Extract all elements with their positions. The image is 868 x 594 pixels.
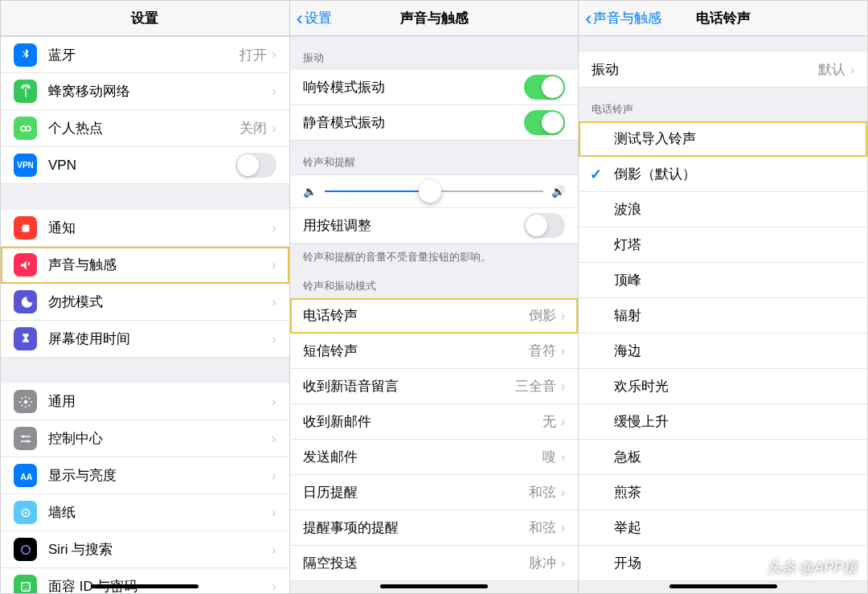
vpn-switch[interactable] bbox=[235, 153, 276, 178]
cellular-cell[interactable]: 蜂窝移动网络 › bbox=[1, 73, 289, 110]
wallpaper-icon bbox=[14, 501, 37, 524]
siri-cell[interactable]: Siri 与搜索 › bbox=[1, 531, 289, 568]
dnd-cell[interactable]: 勿扰模式 › bbox=[1, 284, 289, 321]
ringtone-screen: ‹ 声音与触感 电话铃声 振动 默认 › 电话铃声 测试导入铃声 倒影（默认） … bbox=[579, 0, 868, 594]
ringtone-item[interactable]: 顶峰 bbox=[579, 263, 867, 298]
ringtone-item[interactable]: 海边 bbox=[579, 334, 867, 369]
volume-slider[interactable] bbox=[325, 190, 544, 192]
vibrate-ring-cell[interactable]: 响铃模式振动 bbox=[290, 70, 579, 105]
content[interactable]: 振动 响铃模式振动 静音模式振动 铃声和提醒 🔈 🔊 用按钮调整 bbox=[290, 36, 579, 593]
chevron-right-icon: › bbox=[272, 469, 276, 483]
ringtone-item[interactable]: 辐射 bbox=[579, 298, 867, 334]
vibrate-silent-switch[interactable] bbox=[524, 110, 565, 135]
hotspot-cell[interactable]: 个人热点 关闭 › bbox=[1, 110, 289, 147]
back-button[interactable]: ‹ 声音与触感 bbox=[585, 9, 661, 28]
general-cell[interactable]: 通用 › bbox=[1, 383, 289, 420]
cell-label: 欢乐时光 bbox=[614, 377, 854, 395]
cell-label: 顶峰 bbox=[614, 271, 854, 289]
screentime-cell[interactable]: 屏幕使用时间 › bbox=[1, 321, 289, 358]
ringtone-item[interactable]: 欢乐时光 bbox=[579, 369, 867, 404]
cell-label: 静音模式振动 bbox=[303, 113, 525, 132]
ringtone-item[interactable]: 波浪 bbox=[579, 192, 867, 227]
voicemail-cell[interactable]: 收到新语音留言 三全音 › bbox=[290, 369, 579, 404]
calendar-cell[interactable]: 日历提醒 和弦 › bbox=[290, 475, 579, 510]
faceid-cell[interactable]: 面容 ID 与密码 › bbox=[1, 568, 289, 593]
ringtone-item[interactable]: 煎茶 bbox=[579, 475, 867, 510]
chevron-left-icon: ‹ bbox=[297, 9, 303, 28]
cell-detail: 打开 bbox=[240, 46, 267, 64]
wallpaper-cell[interactable]: 墙纸 › bbox=[1, 494, 289, 531]
back-button[interactable]: ‹ 设置 bbox=[297, 9, 332, 28]
gear-icon bbox=[14, 390, 37, 413]
home-indicator[interactable] bbox=[91, 584, 199, 588]
sounds-cell[interactable]: 声音与触感 › bbox=[1, 247, 289, 284]
ringtone-item[interactable]: 举起 bbox=[579, 510, 867, 546]
cell-detail: 关闭 bbox=[240, 119, 267, 137]
vpn-cell[interactable]: VPN VPN bbox=[1, 147, 289, 184]
cell-label: 短信铃声 bbox=[303, 342, 529, 360]
chevron-right-icon: › bbox=[561, 309, 565, 323]
sentmail-cell[interactable]: 发送邮件 嗖 › bbox=[290, 440, 579, 475]
section-patterns: 铃声和振动模式 bbox=[290, 264, 579, 298]
chevron-right-icon: › bbox=[561, 521, 565, 535]
svg-point-0 bbox=[21, 126, 26, 131]
cell-label: 勿扰模式 bbox=[48, 293, 272, 311]
notifications-cell[interactable]: 通知 › bbox=[1, 210, 289, 247]
controlcenter-cell[interactable]: 控制中心 › bbox=[1, 420, 289, 457]
chevron-right-icon: › bbox=[272, 506, 276, 520]
display-cell[interactable]: AA 显示与亮度 › bbox=[1, 457, 289, 494]
newmail-cell[interactable]: 收到新邮件 无 › bbox=[290, 404, 579, 440]
cell-label: 收到新邮件 bbox=[303, 412, 542, 431]
cell-label: 振动 bbox=[592, 60, 817, 79]
svg-point-3 bbox=[23, 399, 27, 404]
content[interactable]: 蓝牙 打开 › 蜂窝移动网络 › 个人热点 关闭 › VPN VPN bbox=[1, 36, 289, 593]
hotspot-icon bbox=[14, 117, 37, 140]
airdrop-cell[interactable]: 隔空投送 脉冲 › bbox=[290, 546, 579, 581]
cell-label: 急板 bbox=[614, 448, 854, 466]
chevron-right-icon: › bbox=[561, 344, 565, 358]
reminder-cell[interactable]: 提醒事项的提醒 和弦 › bbox=[290, 510, 579, 546]
svg-point-12 bbox=[27, 584, 28, 586]
chevron-right-icon: › bbox=[561, 379, 565, 394]
cell-label: 控制中心 bbox=[48, 429, 272, 448]
vibrate-silent-cell[interactable]: 静音模式振动 bbox=[290, 105, 579, 141]
footer-note: 铃声和提醒的音量不受音量按钮的影响。 bbox=[290, 244, 579, 264]
cell-label: VPN bbox=[48, 158, 235, 174]
volume-slider-row[interactable]: 🔈 🔊 bbox=[290, 174, 579, 208]
chevron-right-icon: › bbox=[272, 221, 276, 236]
slider-thumb[interactable] bbox=[419, 180, 441, 203]
vibration-cell[interactable]: 振动 默认 › bbox=[579, 52, 867, 88]
texttone-cell[interactable]: 短信铃声 音符 › bbox=[290, 334, 579, 369]
back-label: 声音与触感 bbox=[593, 9, 661, 27]
svg-point-11 bbox=[23, 584, 25, 586]
svg-point-1 bbox=[26, 126, 31, 131]
ringtone-item[interactable]: 灯塔 bbox=[579, 227, 867, 263]
text-size-icon: AA bbox=[14, 464, 37, 487]
svg-rect-2 bbox=[22, 224, 29, 231]
cell-label: 海边 bbox=[614, 342, 854, 360]
chevron-right-icon: › bbox=[561, 485, 565, 500]
vibrate-ring-switch[interactable] bbox=[524, 75, 565, 100]
home-indicator[interactable] bbox=[669, 584, 777, 588]
header: ‹ 声音与触感 电话铃声 bbox=[579, 1, 867, 36]
ringtone-cell[interactable]: 电话铃声 倒影 › bbox=[290, 298, 579, 334]
cell-label: 屏幕使用时间 bbox=[48, 330, 272, 348]
cell-label: 通知 bbox=[48, 219, 272, 237]
cell-label: 灯塔 bbox=[614, 236, 854, 254]
moon-icon bbox=[14, 290, 37, 313]
content[interactable]: 振动 默认 › 电话铃声 测试导入铃声 倒影（默认） 波浪 灯塔 顶峰 辐射 海… bbox=[579, 36, 867, 593]
chevron-left-icon: ‹ bbox=[585, 9, 592, 28]
ringtone-item[interactable]: 倒影（默认） bbox=[579, 157, 867, 192]
ringtone-item[interactable]: 急板 bbox=[579, 440, 867, 475]
header-title: 声音与触感 bbox=[400, 9, 469, 27]
button-adjust-switch[interactable] bbox=[524, 213, 565, 238]
svg-point-8 bbox=[24, 511, 27, 514]
header: ‹ 设置 声音与触感 bbox=[290, 1, 579, 36]
bluetooth-cell[interactable]: 蓝牙 打开 › bbox=[1, 36, 289, 73]
button-adjust-cell[interactable]: 用按钮调整 bbox=[290, 208, 579, 244]
custom-ringtone-cell[interactable]: 测试导入铃声 bbox=[579, 121, 867, 157]
ringtone-item[interactable]: 缓慢上升 bbox=[579, 404, 867, 440]
chevron-right-icon: › bbox=[850, 63, 854, 77]
cell-label: 个人热点 bbox=[48, 119, 240, 137]
home-indicator[interactable] bbox=[380, 584, 488, 588]
